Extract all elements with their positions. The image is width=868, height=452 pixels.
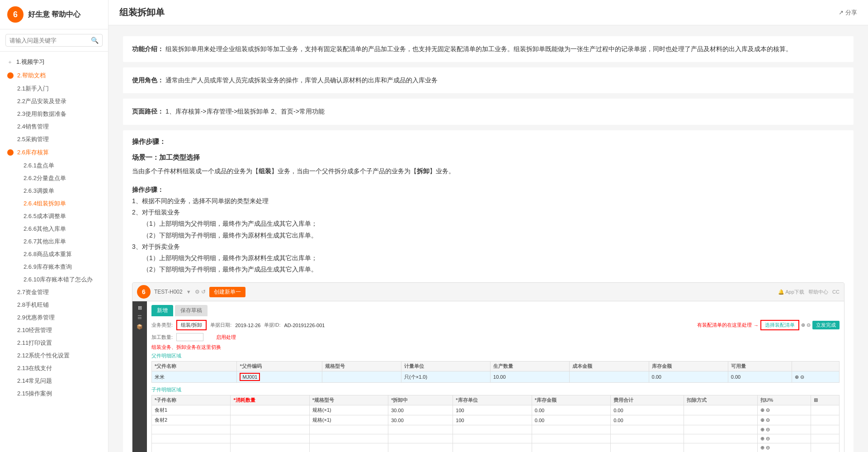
sidebar-item-purchase[interactable]: 2.5采购管理: [0, 133, 108, 146]
intro-text: 功能介绍： 组装拆卸单用来处理企业组装或拆卸等加工业务，支持有固定装配清单的产品…: [132, 43, 844, 55]
mock-table-lower: *子件名称 *消耗数量 *规格型号 *拆卸中 *库存单位 *库存金额 费用合计 …: [151, 395, 840, 452]
sidebar-item-2.6.1[interactable]: 2.6.1盘点单: [0, 159, 108, 172]
logo-text: 好生意 帮助中心: [28, 10, 80, 19]
mock-tab-new[interactable]: 新增: [151, 305, 173, 316]
main-area: 组装拆卸单 ↗ 分享 功能介绍： 组装拆卸单用来处理企业组装或拆卸等加工业务，支…: [108, 0, 868, 452]
sidebar-item-2.6.10[interactable]: 2.6.10库存账本错了怎么办: [0, 273, 108, 286]
sidebar-item-inventory[interactable]: 2.6库存核算: [0, 146, 108, 159]
annotation-enable: 启用处理: [216, 334, 236, 341]
sidebar-item-help-docs[interactable]: 2.帮助文档: [0, 69, 108, 82]
sidebar-item-video-learning[interactable]: ＋ 1.视频学习: [0, 55, 108, 69]
step-1: 1、根据不同的业务，选择不同单据的类型来处理: [132, 195, 844, 207]
step-2-1: （1）上部明细为父件明细，最终作为产成品生成其它入库单；: [132, 218, 844, 229]
mock-table-upper: *父件名称 *父件编码 规格型号 计量单位 生产数量 成本金额 库存金额 可用量: [151, 361, 840, 383]
search-icon[interactable]: 🔍: [91, 37, 99, 44]
mock-type-annotation: 组装业务、拆卸业务在这里切换: [151, 344, 840, 351]
sidebar-item-2.6.6[interactable]: 2.6.6其他入库单: [0, 223, 108, 235]
role-card: 使用角色： 通常由生产人员或库管人员完成拆装业务的操作，库管人员确认原材料的出库…: [123, 67, 854, 93]
sidebar-item-2.10[interactable]: 2.10经营管理: [0, 324, 108, 337]
main-content: 功能介绍： 组装拆卸单用来处理企业组装或拆卸等加工业务，支持有固定装配清单的产品…: [108, 25, 868, 452]
sidebar-item-sales[interactable]: 2.4销售管理: [0, 120, 108, 133]
mock-sidebar-strip: ⊞ ☰ 📦: [132, 301, 147, 452]
plus-icon: ＋: [7, 58, 13, 66]
mock-logo: 6: [137, 285, 151, 299]
logo-icon: 6: [7, 6, 24, 23]
mock-lower-row-3: ⊕ ⊝: [152, 425, 840, 434]
sidebar-item-2.8[interactable]: 2.8手机旺铺: [0, 299, 108, 311]
sidebar-item-2.9[interactable]: 2.9优惠券管理: [0, 311, 108, 324]
share-button[interactable]: ↗ 分享: [839, 9, 857, 17]
annotation-type-switch: 组装业务、拆卸业务在这里切换: [151, 344, 221, 351]
mock-lbl-date: 单据日期:: [210, 322, 231, 328]
scene1-desc: 当由多个子件材料组装成一个成品的业务为【组装】业务，当由一个父件拆分成多个子产品…: [132, 166, 844, 177]
step-3: 3、对于拆卖业务: [132, 241, 844, 252]
mock-dropdown-icon: ▼: [186, 289, 191, 295]
mock-table-row: 米米 MJ001 只(个×1.0) 10.00 0.00 0.00: [152, 371, 840, 383]
sidebar-item-2.12[interactable]: 2.12系统个性化设置: [0, 349, 108, 362]
mock-id-value: AD-20191226-001: [284, 323, 325, 328]
sidebar-item-2.14[interactable]: 2.14常见问题: [0, 375, 108, 387]
sidebar-item-2.13[interactable]: 2.13在线支付: [0, 362, 108, 375]
sidebar-item-2.15[interactable]: 2.15操作案例: [0, 387, 108, 400]
mock-icon-2: ☰: [137, 314, 142, 320]
step-3-1: （1）上部明细为父件明细，最终作为原材料生成其它出库单；: [132, 252, 844, 264]
mock-lbl-type: 业务类型:: [151, 322, 173, 328]
scene1-title: 场景一：加工类型选择: [132, 153, 844, 162]
mock-qty-input[interactable]: [176, 333, 203, 341]
nav-tree: ＋ 1.视频学习 2.帮助文档 2.1新手入门 2.2产品安装及登录 2.3使用…: [0, 52, 108, 452]
steps-title: 操作步骤：: [132, 138, 844, 146]
mock-tab-draft[interactable]: 保存草稿: [175, 305, 208, 316]
mock-btn-new-orange: 创建新单一: [209, 287, 245, 297]
mock-select-assembly-btn[interactable]: 选择装配清单: [760, 320, 799, 330]
sidebar-item-2.6.9[interactable]: 2.6.9库存账本查询: [0, 261, 108, 273]
mock-nav-icons: ⚙ ↺: [195, 289, 206, 295]
steps-label: 操作步骤：: [132, 184, 844, 195]
mock-lower-row-2: 食材2 规格(×1) 30.00 100 0.00 0.00 ⊕ ⊝: [152, 415, 840, 425]
mock-section-label-upper: 父件明细区域: [151, 352, 840, 359]
sidebar-item-2.11[interactable]: 2.11打印设置: [0, 337, 108, 349]
sidebar-item-2.6.5[interactable]: 2.6.5成本调整单: [0, 210, 108, 223]
sidebar-item-2.7[interactable]: 2.7资金管理: [0, 286, 108, 299]
search-input[interactable]: [9, 37, 91, 44]
mock-lower-row-5: ⊕ ⊝: [152, 443, 840, 452]
nav-label-1: 1.视频学习: [16, 58, 45, 66]
mock-date-value: 2019-12-26: [235, 323, 260, 328]
mock-confirm-btn[interactable]: 立发完成: [812, 321, 840, 329]
mock-top-icons: 🔔 App下载 帮助中心 CC: [778, 289, 840, 295]
mock-company-id: TEST-H002: [154, 289, 183, 295]
sidebar-item-2.6.7[interactable]: 2.6.7其他出库单: [0, 235, 108, 248]
mock-red-cell: MJ001: [240, 373, 260, 381]
dot-icon-2: [7, 72, 14, 79]
step-2-2: （2）下部明细为子件明细，最终作为原材料生成其它出库单。: [132, 230, 844, 241]
mock-icon-3: 📦: [137, 324, 143, 330]
screenshot-mock: 6 TEST-H002 ▼ ⚙ ↺ 创建新单一 🔔 App下载 帮助中心 CC …: [132, 282, 844, 452]
mock-lbl-id: 单据ID:: [264, 322, 280, 328]
step-3-2: （2）下部明细为子件明细，最终作为产成品生成其它入库单。: [132, 264, 844, 275]
mock-tab-row: 新增 保存草稿: [151, 305, 840, 316]
path-card: 页面路径： 1、库存核算->库存管理->组装拆卸单 2、首页->常用功能: [123, 99, 854, 124]
sidebar-item-install-login[interactable]: 2.2产品安装及登录: [0, 95, 108, 108]
page-title: 组装拆卸单: [119, 6, 165, 19]
main-header: 组装拆卸单 ↗ 分享: [108, 0, 868, 25]
dot-icon-2.6: [7, 149, 14, 156]
sidebar-item-2.6.2[interactable]: 2.6.2分量盘点单: [0, 172, 108, 185]
sidebar-item-2.6.3[interactable]: 2.6.3调拨单: [0, 185, 108, 197]
search-area: 🔍: [0, 29, 108, 52]
mock-lower-row-4: ⊕ ⊝: [152, 434, 840, 443]
sidebar-item-2.6.8[interactable]: 2.6.8商品成本重算: [0, 248, 108, 261]
annotation-assembly: 有装配清单的在这里处理: [697, 322, 752, 328]
sidebar-item-new-user[interactable]: 2.1新手入门: [0, 82, 108, 95]
arrow-icon-1: →: [754, 323, 759, 328]
sidebar-item-data-prep[interactable]: 2.3使用前数据准备: [0, 108, 108, 120]
mock-business-type-select[interactable]: 组装/拆卸: [176, 320, 207, 330]
path-text: 页面路径： 1、库存核算->库存管理->组装拆卸单 2、首页->常用功能: [132, 106, 844, 117]
logo-area: 6 好生意 帮助中心: [0, 0, 108, 29]
mock-section-label-lower: 子件明细区域: [151, 386, 840, 393]
search-box[interactable]: 🔍: [5, 34, 103, 47]
role-text: 使用角色： 通常由生产人员或库管人员完成拆装业务的操作，库管人员确认原材料的出库…: [132, 75, 844, 86]
step-2: 2、对于组装业务: [132, 207, 844, 218]
mock-lower-row-1: 食材1 规格(×1) 30.00 100 0.00 0.00 ⊕ ⊝: [152, 405, 840, 415]
sidebar-item-2.6.4[interactable]: 2.6.4组装拆卸单: [0, 197, 108, 210]
mock-icon-home: ⊞: [138, 305, 142, 311]
mock-icons-small: ⊕ ⊝: [801, 322, 811, 328]
